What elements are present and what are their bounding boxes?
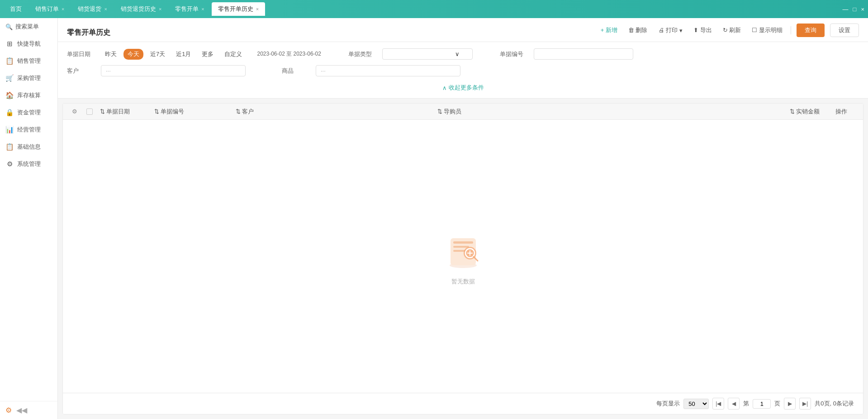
window-controls: — □ × [843, 6, 864, 13]
collapse-button[interactable]: ∧ 收起更多条件 [67, 82, 859, 92]
goods-input[interactable]: ··· [316, 65, 460, 76]
query-button[interactable]: 查询 [797, 24, 825, 37]
select-all-checkbox[interactable] [86, 108, 93, 115]
collapse-arrow-icon: ∧ [442, 85, 447, 91]
next-page-btn[interactable]: ▶ [784, 398, 796, 410]
print-label: 🖨 打印 [659, 26, 678, 34]
close-btn-window[interactable]: × [861, 6, 864, 13]
close-retail-open-tab[interactable]: × [201, 6, 204, 12]
sort-num-icon[interactable]: ⇅ [154, 108, 159, 115]
sidebar-item-system-label: 系统管理 [17, 160, 41, 168]
sort-guide-icon[interactable]: ⇅ [437, 108, 442, 115]
maximize-btn[interactable]: □ [853, 6, 857, 13]
filter-row-2: 客户 ··· 商品 ··· [67, 65, 859, 76]
table-header: ⚙ ⇅ 单据日期 ⇅ 单据编号 ⇅ 客户 ⇅ 导购员 [63, 104, 863, 120]
th-customer-label: 客户 [242, 108, 254, 116]
tab-sales-return-history[interactable]: 销货退货历史 × [114, 2, 168, 16]
close-retail-history-tab[interactable]: × [256, 6, 259, 12]
column-settings-icon[interactable]: ⚙ [66, 108, 83, 115]
prev-page-btn[interactable]: ◀ [728, 398, 740, 410]
sort-amount-icon[interactable]: ⇅ [790, 108, 795, 115]
display-detail-button[interactable]: ☐ 显示明细 [749, 24, 785, 36]
content-area: 零售开单历史 + 新增 🗑 删除 🖨 打印 ▾ ⬆ 导出 ↻ 刷新 ☐ 显示明细… [58, 18, 868, 419]
date-btn-7days[interactable]: 近7天 [146, 49, 169, 60]
date-range-display: 2023-06-02 至 2023-06-02 [257, 50, 321, 58]
sidebar-item-system[interactable]: ⚙ 系统管理 [0, 155, 57, 173]
type-select[interactable]: ∨ [382, 48, 473, 60]
th-num-label: 单据编号 [161, 108, 184, 116]
filter-row-1: 单据日期 昨天 今天 近7天 近1月 更多 自定义 2023-06-02 至 2… [67, 48, 859, 60]
tab-sales-order[interactable]: 销售订单 × [29, 2, 71, 16]
th-amount: ⇅ 实销金额 [778, 108, 823, 116]
sidebar: 🔍 搜索菜单 ⊞ 快捷导航 📋 销售管理 🛒 采购管理 🏠 库存核算 🔒 资金管… [0, 18, 58, 419]
customer-label: 客户 [67, 67, 92, 75]
per-page-select[interactable]: 50 100 200 [683, 399, 709, 409]
customer-input[interactable]: ··· [101, 65, 246, 76]
date-btn-more[interactable]: 更多 [198, 49, 218, 60]
page-suffix: 页 [774, 400, 780, 408]
print-button[interactable]: 🖨 打印 ▾ [656, 24, 686, 36]
date-btn-custom[interactable]: 自定义 [220, 49, 246, 60]
type-select-arrow: ∨ [455, 51, 460, 57]
close-sales-order-tab[interactable]: × [62, 6, 64, 12]
sidebar-item-quick-nav-label: 快捷导航 [17, 40, 41, 48]
first-page-btn[interactable]: |◀ [712, 398, 724, 410]
delete-button[interactable]: 🗑 删除 [626, 24, 650, 36]
tab-sales-return-history-label: 销货退货历史 [121, 5, 156, 13]
sort-customer-icon[interactable]: ⇅ [236, 108, 241, 115]
inventory-icon: 🏠 [5, 91, 14, 99]
goods-dots: ··· [321, 67, 326, 74]
setting-button[interactable]: 设置 [830, 24, 859, 37]
header-checkbox[interactable] [83, 108, 96, 115]
last-page-btn[interactable]: ▶| [799, 398, 811, 410]
date-btn-yesterday[interactable]: 昨天 [101, 49, 121, 60]
refresh-button[interactable]: ↻ 刷新 [720, 24, 744, 36]
customer-dots: ··· [106, 67, 111, 74]
tab-retail-history[interactable]: 零售开单历史 × [212, 2, 265, 16]
settings-gear-icon[interactable]: ⚙ [5, 406, 12, 414]
operations-icon: 📊 [5, 126, 14, 134]
close-sales-return-history-tab[interactable]: × [159, 6, 161, 12]
svg-rect-3 [453, 246, 469, 248]
finance-icon: 🔒 [5, 108, 14, 117]
sidebar-item-operations[interactable]: 📊 经营管理 [0, 121, 57, 138]
sidebar-item-sales[interactable]: 📋 销售管理 [0, 52, 57, 70]
minimize-btn[interactable]: — [843, 6, 849, 13]
tab-home[interactable]: 首页 [4, 2, 28, 16]
sidebar-item-quick-nav[interactable]: ⊞ 快捷导航 [0, 35, 57, 52]
num-input[interactable] [534, 48, 633, 60]
sidebar-item-basic[interactable]: 📋 基础信息 [0, 138, 57, 155]
tab-retail-open[interactable]: 零售开单 × [169, 2, 210, 16]
type-label: 单据类型 [348, 50, 373, 58]
sidebar-item-finance[interactable]: 🔒 资金管理 [0, 104, 57, 121]
sidebar-item-purchase[interactable]: 🛒 采购管理 [0, 70, 57, 87]
basic-icon: 📋 [5, 143, 14, 151]
add-button[interactable]: + 新增 [598, 24, 620, 36]
top-bar: 首页 销售订单 × 销货退货 × 销货退货历史 × 零售开单 × 零售开单历史 … [0, 0, 868, 18]
date-btn-1month[interactable]: 近1月 [172, 49, 195, 60]
sidebar-collapse-icon[interactable]: ◀◀ [16, 406, 27, 414]
tab-retail-open-label: 零售开单 [175, 5, 199, 13]
th-date-label: 单据日期 [106, 108, 130, 116]
th-action-label: 操作 [835, 108, 847, 116]
page-number-input[interactable] [753, 399, 771, 409]
total-count: 共0页, 0条记录 [815, 400, 854, 408]
sidebar-item-operations-label: 经营管理 [17, 126, 41, 134]
tab-sales-order-label: 销售订单 [35, 5, 59, 13]
tab-home-label: 首页 [10, 5, 22, 13]
empty-state: 暂无数据 [63, 120, 863, 393]
pagination: 每页显示 50 100 200 |◀ ◀ 第 页 ▶ ▶| 共0页, 0条记录 [63, 393, 863, 414]
date-btn-today[interactable]: 今天 [123, 49, 143, 60]
tab-sales-return[interactable]: 销货退货 × [71, 2, 113, 16]
sidebar-item-sales-label: 销售管理 [17, 57, 41, 65]
th-guide-label: 导购员 [444, 108, 461, 116]
export-button[interactable]: ⬆ 导出 [691, 24, 715, 36]
print-arrow-icon: ▾ [679, 27, 683, 34]
sidebar-search[interactable]: 🔍 搜索菜单 [0, 18, 57, 35]
sort-date-icon[interactable]: ⇅ [100, 108, 105, 115]
close-sales-return-tab[interactable]: × [104, 6, 107, 12]
sidebar-item-inventory[interactable]: 🏠 库存核算 [0, 87, 57, 104]
sidebar-item-finance-label: 资金管理 [17, 108, 41, 117]
goods-label: 商品 [282, 67, 307, 75]
tab-retail-history-label: 零售开单历史 [218, 5, 253, 13]
